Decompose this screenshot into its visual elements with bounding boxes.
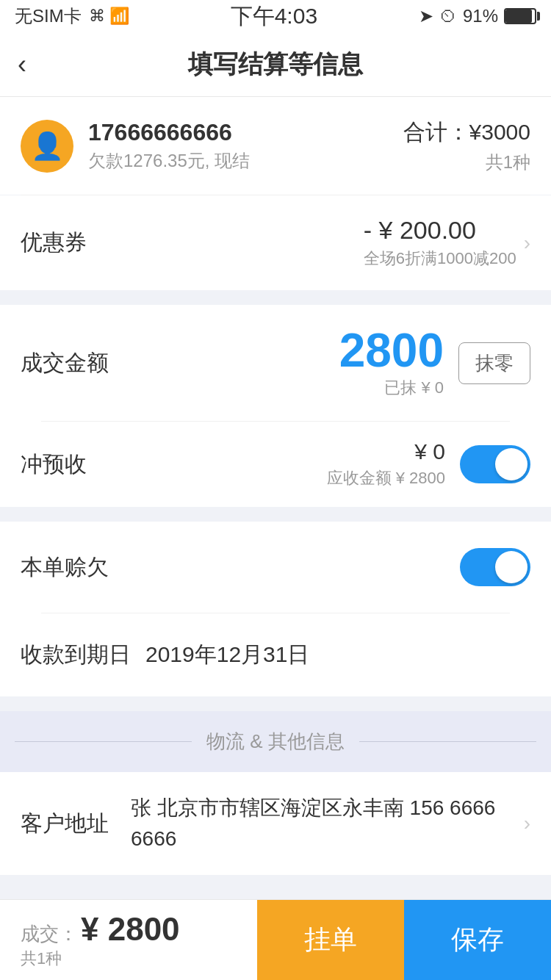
amount-row: 成交金额 2800 已抹 ¥ 0 抹零 xyxy=(21,305,530,421)
debt-row: 本单赊欠 xyxy=(21,522,530,613)
logistics-title: 物流 & 其他信息 xyxy=(206,729,345,754)
due-date-row: 收款到期日 2019年12月31日 xyxy=(21,613,530,696)
back-button[interactable]: ‹ xyxy=(18,49,26,80)
location-icon: ➤ xyxy=(419,6,433,26)
summary-count: 共1种 xyxy=(21,948,237,970)
prepaid-right: ¥ 0 应收金额 ¥ 2800 xyxy=(327,439,530,489)
battery-percent: 91% xyxy=(463,6,498,26)
customer-phone: 17666666666 xyxy=(88,119,250,146)
total-amount: 合计：¥3000 xyxy=(403,118,530,148)
round-off-button[interactable]: 抹零 xyxy=(458,342,530,384)
amount-label: 成交金额 xyxy=(21,348,109,378)
total-count: 共1种 xyxy=(403,151,530,174)
coupon-discount: - ¥ 200.00 xyxy=(364,216,516,245)
prepaid-toggle-knob xyxy=(495,448,527,480)
debt-section: 本单赊欠 收款到期日 2019年12月31日 xyxy=(0,522,551,696)
customer-right: 合计：¥3000 共1种 xyxy=(403,118,530,174)
bottom-summary: 成交： ¥ 2800 共1种 xyxy=(0,911,257,970)
page-title: 填写结算等信息 xyxy=(188,48,363,82)
prepaid-label: 冲预收 xyxy=(21,450,87,480)
debt-label: 本单赊欠 xyxy=(21,552,109,583)
nav-bar: ‹ 填写结算等信息 xyxy=(0,32,551,97)
customer-left: 👤 17666666666 欠款1276.35元, 现结 xyxy=(21,119,250,173)
prepaid-sub: 应收金额 ¥ 2800 xyxy=(327,467,445,489)
status-bar: 无SIM卡 ⌘ 📶 下午4:03 ➤ ⏲ 91% xyxy=(0,0,551,32)
logistics-line-right xyxy=(359,741,536,742)
coupon-right: - ¥ 200.00 全场6折满1000减200 › xyxy=(364,216,530,270)
amount-right: 2800 已抹 ¥ 0 抹零 xyxy=(339,327,530,399)
content: 👤 17666666666 欠款1276.35元, 现结 合计：¥3000 共1… xyxy=(0,97,551,980)
summary-amount: ¥ 2800 xyxy=(81,911,180,948)
wifi-icon: ⌘ 📶 xyxy=(89,7,129,26)
customer-info: 17666666666 欠款1276.35元, 现结 xyxy=(88,119,250,173)
logistics-line-left xyxy=(15,741,192,742)
customer-row: 👤 17666666666 欠款1276.35元, 现结 合计：¥3000 共1… xyxy=(0,97,551,195)
logistics-header: 物流 & 其他信息 xyxy=(0,711,551,772)
gap-1 xyxy=(0,290,551,305)
battery-fill xyxy=(505,10,532,23)
coupon-info: - ¥ 200.00 全场6折满1000减200 xyxy=(364,216,516,270)
pending-button[interactable]: 挂单 xyxy=(257,900,404,981)
amount-section: 成交金额 2800 已抹 ¥ 0 抹零 冲预收 ¥ 0 应收金额 ¥ 2800 xyxy=(0,305,551,507)
customer-sub: 欠款1276.35元, 现结 xyxy=(88,149,250,173)
avatar: 👤 xyxy=(21,120,73,173)
amount-sub: 已抹 ¥ 0 xyxy=(339,377,444,399)
status-time: 下午4:03 xyxy=(231,1,317,32)
amount-value-wrap: 2800 已抹 ¥ 0 xyxy=(339,327,444,399)
gap-2 xyxy=(0,507,551,522)
debt-toggle-knob xyxy=(495,551,527,583)
avatar-icon: 👤 xyxy=(31,131,64,162)
debt-toggle[interactable] xyxy=(460,548,530,586)
carrier-text: 无SIM卡 xyxy=(15,4,82,28)
prepaid-value: ¥ 0 xyxy=(327,439,445,464)
address-value: 张 北京市市辖区海淀区永丰南 156 6666 6666 xyxy=(131,793,516,854)
amount-value[interactable]: 2800 xyxy=(339,327,444,374)
battery-icon xyxy=(504,8,536,24)
address-label: 客户地址 xyxy=(21,809,109,839)
coupon-row[interactable]: 优惠券 - ¥ 200.00 全场6折满1000减200 › xyxy=(0,195,551,290)
bottom-summary-row: 成交： ¥ 2800 xyxy=(21,911,237,948)
gap-3 xyxy=(0,696,551,711)
save-button[interactable]: 保存 xyxy=(404,900,551,981)
address-chevron-icon: › xyxy=(524,812,530,835)
coupon-label: 优惠券 xyxy=(21,228,87,258)
due-date-value: 2019年12月31日 xyxy=(145,640,309,670)
prepaid-value-wrap: ¥ 0 应收金额 ¥ 2800 xyxy=(327,439,445,489)
bottom-bar: 成交： ¥ 2800 共1种 挂单 保存 xyxy=(0,899,551,980)
chevron-right-icon: › xyxy=(524,231,530,255)
status-right: ➤ ⏲ 91% xyxy=(419,6,536,26)
prepaid-toggle[interactable] xyxy=(460,445,530,483)
prepaid-row: 冲预收 ¥ 0 应收金额 ¥ 2800 xyxy=(21,422,530,507)
address-row[interactable]: 客户地址 张 北京市市辖区海淀区永丰南 156 6666 6666 › xyxy=(0,772,551,875)
summary-label: 成交： xyxy=(21,921,78,947)
status-left: 无SIM卡 ⌘ 📶 xyxy=(15,4,129,28)
due-date-label: 收款到期日 xyxy=(21,640,131,670)
coupon-desc: 全场6折满1000减200 xyxy=(364,248,516,270)
alarm-icon: ⏲ xyxy=(439,6,457,26)
